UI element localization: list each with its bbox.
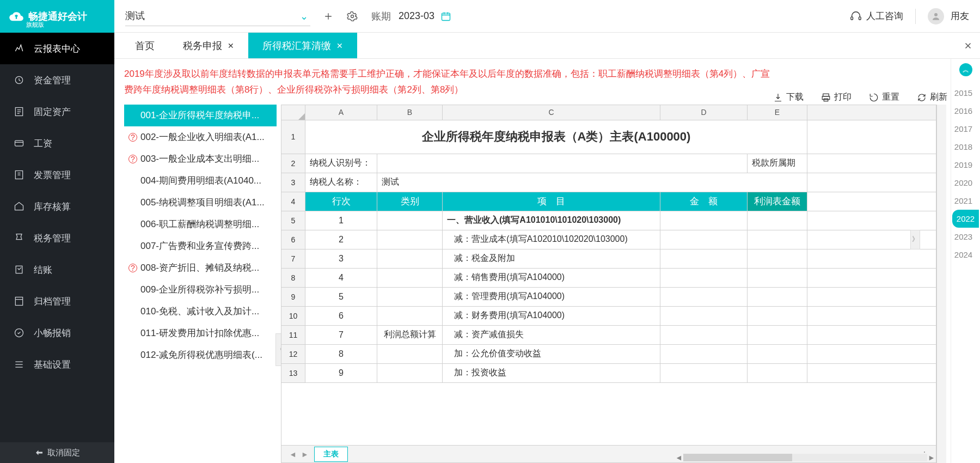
download-button[interactable]: 下载 bbox=[773, 92, 804, 103]
print-button[interactable]: 打印 bbox=[821, 92, 852, 103]
horizontal-scrollbar[interactable]: ◄► bbox=[675, 453, 936, 462]
row-header[interactable]: 1 bbox=[281, 120, 305, 154]
spreadsheet[interactable]: ABCDE 1企业所得税年度纳税申报表（A类）主表(A100000)2纳税人识别… bbox=[281, 105, 936, 463]
cell-amount[interactable] bbox=[660, 326, 748, 344]
cell-profit[interactable] bbox=[748, 307, 807, 325]
svg-rect-13 bbox=[822, 96, 830, 99]
row-header[interactable]: 6 bbox=[281, 230, 305, 249]
nav-item-2[interactable]: 固定资产 bbox=[0, 96, 114, 127]
cell-amount[interactable] bbox=[660, 211, 748, 230]
row-header[interactable]: 4 bbox=[281, 192, 305, 211]
form-item-9[interactable]: 010-免税、减计收入及加计... bbox=[124, 301, 277, 322]
form-item-5[interactable]: 006-职工薪酬纳税调整明细... bbox=[124, 214, 277, 235]
row-header[interactable]: 13 bbox=[281, 364, 305, 382]
year-2016[interactable]: 2016 bbox=[952, 102, 979, 120]
year-2024[interactable]: 2024 bbox=[952, 246, 979, 264]
chevron-down-icon: ⌄ bbox=[300, 10, 308, 22]
nav-item-6[interactable]: 税务管理 bbox=[0, 222, 114, 254]
cell-profit[interactable] bbox=[748, 288, 807, 306]
select-all-corner[interactable] bbox=[281, 105, 305, 120]
row-header[interactable]: 11 bbox=[281, 326, 305, 344]
cell-profit[interactable] bbox=[748, 269, 807, 287]
year-2018[interactable]: 2018 bbox=[952, 138, 979, 156]
col-header[interactable]: C bbox=[443, 105, 660, 120]
nav-item-10[interactable]: 基础设置 bbox=[0, 349, 114, 380]
avatar[interactable] bbox=[928, 8, 944, 25]
row-header[interactable]: 2 bbox=[281, 154, 305, 173]
form-item-6[interactable]: 007-广告费和业务宣传费跨... bbox=[124, 235, 277, 257]
refresh-button[interactable]: 刷新 bbox=[917, 92, 947, 103]
year-2015[interactable]: 2015 bbox=[952, 84, 979, 102]
tab-2[interactable]: 所得税汇算清缴✕ bbox=[248, 33, 357, 58]
year-2021[interactable]: 2021 bbox=[952, 192, 979, 210]
nav-item-8[interactable]: 归档管理 bbox=[0, 285, 114, 317]
nav-item-3[interactable]: 工资 bbox=[0, 127, 114, 159]
calendar-icon[interactable] bbox=[440, 10, 452, 22]
reset-button[interactable]: 重置 bbox=[869, 92, 899, 103]
nav-item-7[interactable]: 结账 bbox=[0, 254, 114, 285]
sheet-next[interactable]: ► bbox=[299, 450, 311, 459]
tab-0[interactable]: 首页 bbox=[121, 33, 169, 58]
cell-amount[interactable] bbox=[660, 269, 748, 287]
period-value[interactable]: 2023-03 bbox=[399, 10, 434, 22]
form-item-2[interactable]: ?003-一般企业成本支出明细... bbox=[124, 148, 277, 170]
close-icon[interactable]: ✕ bbox=[336, 41, 343, 50]
form-item-0[interactable]: 001-企业所得税年度纳税申... bbox=[124, 105, 277, 126]
sheet-tab-main[interactable]: 主表 bbox=[314, 447, 348, 462]
add-button[interactable] bbox=[322, 10, 334, 22]
settings-button[interactable] bbox=[346, 10, 358, 22]
row-header[interactable]: 5 bbox=[281, 211, 305, 230]
form-item-7[interactable]: ?008-资产折旧、摊销及纳税... bbox=[124, 257, 277, 279]
row-header[interactable]: 12 bbox=[281, 345, 305, 363]
year-2017[interactable]: 2017 bbox=[952, 120, 979, 138]
year-2019[interactable]: 2019 bbox=[952, 156, 979, 174]
col-header[interactable]: A bbox=[305, 105, 377, 120]
nav-item-0[interactable]: 云报表中心 bbox=[0, 33, 114, 64]
col-header[interactable]: B bbox=[377, 105, 443, 120]
nav-item-4[interactable]: 发票管理 bbox=[0, 159, 114, 191]
scroll-up-icon[interactable]: ︽ bbox=[959, 63, 972, 76]
expand-years-handle[interactable]: 》 bbox=[910, 230, 920, 249]
cell-amount[interactable] bbox=[660, 345, 748, 363]
nav-item-5[interactable]: 库存核算 bbox=[0, 191, 114, 222]
form-item-8[interactable]: 009-企业所得税弥补亏损明... bbox=[124, 279, 277, 301]
pin-toggle[interactable]: 取消固定 bbox=[0, 442, 114, 463]
year-2023[interactable]: 2023 bbox=[952, 228, 979, 246]
year-2022[interactable]: 2022 bbox=[952, 210, 979, 228]
cell-amount[interactable] bbox=[660, 364, 748, 382]
cell-amount[interactable] bbox=[660, 249, 748, 268]
cell-amount[interactable] bbox=[660, 288, 748, 306]
vertical-scrollbar[interactable] bbox=[936, 105, 946, 463]
form-item-4[interactable]: 005-纳税调整项目明细表(A1... bbox=[124, 192, 277, 214]
nav-item-9[interactable]: 小畅报销 bbox=[0, 317, 114, 349]
row-header[interactable]: 8 bbox=[281, 269, 305, 287]
form-item-10[interactable]: 011-研发费用加计扣除优惠... bbox=[124, 322, 277, 344]
tab-1[interactable]: 税务申报✕ bbox=[169, 33, 248, 58]
cell-profit[interactable] bbox=[748, 326, 807, 344]
row-header[interactable]: 10 bbox=[281, 307, 305, 325]
cell-amount[interactable] bbox=[660, 307, 748, 325]
sheet-prev[interactable]: ◄ bbox=[287, 450, 299, 459]
cell-amount[interactable] bbox=[660, 230, 748, 249]
username[interactable]: 用友 bbox=[951, 10, 969, 22]
support-link[interactable]: 人工咨询 bbox=[850, 10, 903, 22]
close-all-tabs[interactable] bbox=[960, 38, 976, 53]
col-header[interactable]: E bbox=[748, 105, 807, 120]
form-item-11[interactable]: 012-减免所得税优惠明细表(... bbox=[124, 344, 277, 366]
row-header[interactable]: 3 bbox=[281, 173, 305, 192]
form-item-1[interactable]: ?002-一般企业收入明细表(A1... bbox=[124, 126, 277, 148]
col-header[interactable]: D bbox=[660, 105, 748, 120]
cell-profit[interactable] bbox=[748, 211, 807, 230]
form-item-3[interactable]: 004-期间费用明细表(A1040... bbox=[124, 170, 277, 192]
year-2020[interactable]: 2020 bbox=[952, 174, 979, 192]
company-picker[interactable]: 测试 ⌄ bbox=[125, 6, 310, 26]
close-icon[interactable]: ✕ bbox=[228, 41, 234, 50]
cell-profit[interactable] bbox=[748, 345, 807, 363]
cell-profit[interactable] bbox=[748, 364, 807, 382]
top-bar: 测试 ⌄ 账期 2023-03 人工咨询 用友 bbox=[114, 0, 980, 33]
cell-profit[interactable] bbox=[748, 249, 807, 268]
nav-item-1[interactable]: 资金管理 bbox=[0, 64, 114, 96]
row-header[interactable]: 9 bbox=[281, 288, 305, 306]
row-header[interactable]: 7 bbox=[281, 249, 305, 268]
cell-profit[interactable] bbox=[748, 230, 807, 249]
